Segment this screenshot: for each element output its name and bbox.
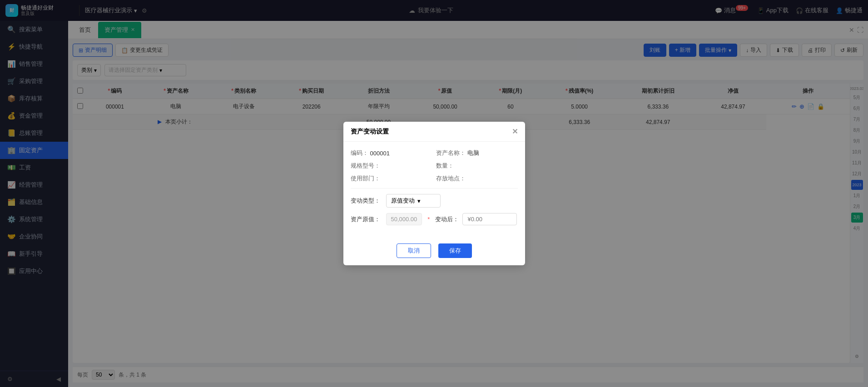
required-star: *	[427, 216, 430, 223]
change-type-select[interactable]: 原值变动 ▾	[386, 194, 441, 208]
modal-divider	[351, 188, 518, 189]
save-button[interactable]: 保存	[438, 243, 472, 258]
change-type-row: 变动类型： 原值变动 ▾	[351, 194, 518, 208]
modal-body: 编码： 000001 资产名称： 电脑 规格型号： 数量： 使用部门：	[343, 142, 525, 238]
modal-close-btn[interactable]: ✕	[512, 127, 518, 136]
modal-dept-field: 使用部门：	[351, 174, 432, 183]
modal-spec-field: 规格型号：	[351, 162, 432, 170]
modal-location-field: 存放地点：	[436, 174, 518, 183]
change-type-chevron-icon: ▾	[417, 198, 421, 204]
asset-change-modal: 资产变动设置 ✕ 编码： 000001 资产名称： 电脑 规格型号： 数量：	[343, 122, 525, 265]
modal-header: 资产变动设置 ✕	[343, 122, 525, 142]
cancel-button[interactable]: 取消	[397, 243, 431, 258]
original-value-row: 资产原值： 50,000.00 * 变动后：	[351, 213, 518, 225]
modal-qty-field: 数量：	[436, 162, 518, 170]
modal-code-field: 编码： 000001	[351, 149, 432, 157]
modal-overlay: 资产变动设置 ✕ 编码： 000001 资产名称： 电脑 规格型号： 数量：	[0, 0, 868, 387]
original-value-display: 50,000.00	[386, 213, 422, 225]
after-change-input[interactable]	[462, 213, 517, 225]
modal-info-grid: 编码： 000001 资产名称： 电脑 规格型号： 数量： 使用部门：	[351, 149, 518, 183]
modal-footer: 取消 保存	[343, 238, 525, 265]
modal-title: 资产变动设置	[351, 128, 389, 136]
modal-asset-name-field: 资产名称： 电脑	[436, 149, 518, 157]
